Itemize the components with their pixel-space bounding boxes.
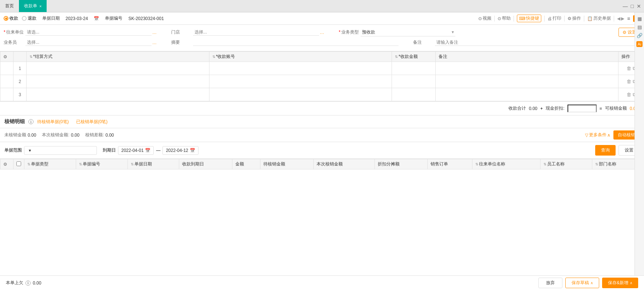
row1-amount-input[interactable] — [392, 62, 435, 75]
minimize-btn[interactable]: — — [623, 3, 628, 9]
row3-account[interactable] — [209, 88, 392, 101]
row2-amount[interactable] — [392, 75, 436, 88]
range-field: 单据范围 ▾ — [4, 146, 97, 155]
row2-delete-icon[interactable]: 🗑 — [627, 79, 631, 84]
next-icon[interactable]: ▶ — [621, 16, 624, 21]
shortcut-btn[interactable]: ⌨ 快捷键 — [517, 15, 541, 22]
biz-type-value: 预收款 — [362, 29, 452, 35]
row1-note-input[interactable] — [436, 62, 618, 75]
row1-amount[interactable] — [392, 62, 436, 75]
calendar-icon[interactable]: 📅 — [94, 16, 99, 21]
select-all-checkbox[interactable] — [16, 161, 21, 166]
table-settings-icon[interactable]: ⚙ — [3, 54, 7, 59]
save-new-btn[interactable]: 保存&新增 ∧ — [602, 278, 638, 288]
maximize-btn[interactable]: □ — [631, 3, 634, 9]
print-btn[interactable]: 🖨 打印 — [547, 15, 561, 21]
row3-amount-input[interactable] — [392, 88, 435, 101]
order-info-icon[interactable]: ℹ — [25, 281, 31, 286]
tab-close-icon[interactable]: × — [39, 4, 42, 8]
prev-icon[interactable]: ◀ — [617, 16, 620, 21]
row2-account-input[interactable] — [209, 75, 392, 88]
video-btn[interactable]: ⊙ 视频 — [478, 15, 491, 21]
col-account-header: ⇅*收款账号 — [209, 52, 392, 62]
row3-note-input[interactable] — [436, 88, 618, 101]
row1-settlement[interactable] — [27, 62, 209, 75]
account-label: *收款账号 — [216, 54, 235, 60]
partner-more-btn[interactable]: … — [152, 30, 157, 35]
partner-input[interactable] — [25, 29, 152, 36]
summary-input[interactable] — [193, 39, 398, 46]
save-draft-btn[interactable]: 保存草稿 ∧ — [565, 278, 599, 288]
verification-info-icon[interactable]: ℹ — [28, 119, 34, 124]
row3-settlement[interactable] — [27, 88, 209, 101]
date-to-input[interactable]: 2022-04-12 📅 — [162, 146, 198, 155]
history-icon: 📋 — [587, 16, 593, 21]
bottom-table-settings-icon[interactable]: ⚙ — [3, 162, 7, 167]
store-more-btn[interactable]: … — [320, 30, 324, 35]
row1-note[interactable] — [436, 62, 619, 75]
history-btn[interactable]: 📋 历史单据 — [587, 15, 611, 21]
close-btn[interactable]: ✕ — [637, 3, 641, 9]
receipt-radio[interactable]: 收款 — [4, 15, 18, 21]
tab-receipt[interactable]: 收款单 × — [19, 0, 47, 12]
save-draft-label: 保存草稿 — [572, 280, 589, 286]
table-note-label: 备注 — [439, 54, 447, 59]
row2-note-input[interactable] — [436, 75, 618, 88]
bottom-col-salesorder: 销售订单 — [428, 159, 472, 169]
store-input[interactable] — [193, 29, 319, 36]
date-label: 单据日期 — [42, 15, 60, 21]
row2-note[interactable] — [436, 75, 619, 88]
row1-num: 1 — [13, 62, 27, 75]
receipt-radio-label: 收款 — [9, 15, 18, 21]
divider3 — [544, 16, 545, 21]
sidebar-table-icon[interactable]: ▦ — [637, 16, 642, 21]
done-tab-link[interactable]: 已核销单据(0笔) — [76, 119, 108, 125]
row3-settlement-input[interactable] — [27, 88, 209, 101]
row3-account-input[interactable] — [209, 88, 392, 101]
staffname-label: 员工名称 — [547, 161, 565, 167]
row1-settlement-input[interactable] — [27, 62, 209, 75]
range-select[interactable]: ▾ — [24, 146, 97, 155]
abandon-btn[interactable]: 放弃 — [538, 278, 562, 288]
row3-delete-icon[interactable]: 🗑 — [627, 92, 631, 97]
biz-type-label: *业务类型 — [339, 29, 361, 35]
staff-more-btn[interactable]: … — [152, 40, 157, 45]
refund-radio[interactable]: 退款 — [22, 15, 36, 21]
note-input[interactable] — [435, 39, 640, 46]
sidebar-ai-icon[interactable]: Ai — [636, 41, 643, 47]
more-conditions-label: 更多条件 — [589, 132, 606, 138]
amount-sort-icon: ⇅ — [395, 55, 398, 59]
sidebar-image-icon[interactable]: ▤ — [637, 24, 642, 30]
list-view-btn[interactable]: ≡ — [627, 16, 630, 21]
sidebar-link-icon[interactable]: 🔗 — [637, 33, 643, 38]
help-label: 帮助 — [502, 15, 511, 21]
discount-input[interactable] — [568, 105, 597, 112]
row2-amount-input[interactable] — [392, 75, 435, 88]
row2-settlement-input[interactable] — [27, 75, 209, 88]
unchecked-field: 未核销金额 0.00 — [4, 132, 36, 138]
row3-note[interactable] — [436, 88, 619, 101]
pending-tab-link[interactable]: 待核销单据(0笔) — [37, 119, 69, 125]
row2-account[interactable] — [209, 75, 392, 88]
row3-amount[interactable] — [392, 88, 436, 101]
help-btn[interactable]: ⊙ 帮助 — [498, 15, 511, 21]
footer-actions: 放弃 保存草稿 ∧ 保存&新增 ∧ — [538, 278, 638, 288]
save-new-arrow-icon: ∧ — [630, 281, 632, 285]
row2-settlement[interactable] — [27, 75, 209, 88]
current-label: 本次核销金额: — [42, 132, 69, 138]
row1-account-input[interactable] — [209, 62, 392, 75]
expand-icon: ∧ — [607, 133, 610, 138]
more-conditions-btn[interactable]: ▽ 更多条件 ∧ — [585, 132, 610, 138]
tab-bar: 首页 收款单 × — □ ✕ — [0, 0, 644, 12]
staff-input[interactable] — [25, 39, 152, 46]
biz-type-select[interactable]: 预收款 ▾ — [361, 28, 455, 36]
date-from-input[interactable]: 2022-04-01 📅 — [118, 146, 154, 155]
doc-num-value: SK-20230324-001 — [128, 16, 164, 21]
operate-btn[interactable]: ⚙ 操作 — [568, 15, 581, 21]
tab-home[interactable]: 首页 — [0, 0, 19, 12]
row1-account[interactable] — [209, 62, 392, 75]
row1-delete-icon[interactable]: 🗑 — [627, 66, 631, 71]
query-btn[interactable]: 查询 — [595, 145, 616, 156]
divider4 — [564, 16, 565, 21]
store-label: 门店 — [171, 29, 193, 35]
